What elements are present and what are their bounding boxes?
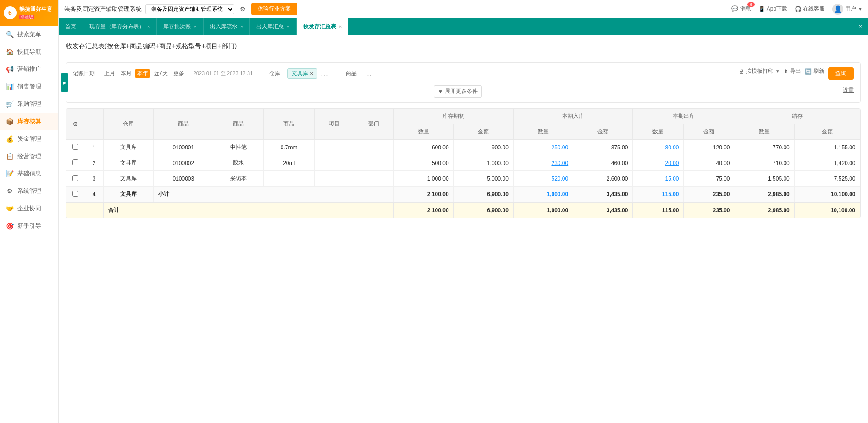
sidebar-item-search[interactable]: 🔍搜索菜单 (0, 26, 58, 43)
system-select[interactable]: 装备及固定资产辅助管理系统 (145, 4, 234, 14)
tab-close-inventory-dist[interactable]: × (147, 24, 150, 29)
th-goods-name: 商品 (213, 109, 264, 140)
subtotal-outbound-amt: 235.00 (684, 187, 735, 203)
topbar-right: 💬 消息 6 📱 App下载 🎧 在线客服 👤 用户 ▼ (731, 4, 862, 15)
row-outbound-amt: 120.00 (684, 140, 735, 155)
tab-batch-ledger[interactable]: 库存批次账 × (157, 18, 203, 35)
total-row: 合计 2,100.00 6,900.00 1,000.00 3,435.00 1… (66, 202, 860, 218)
sidebar-item-system[interactable]: ⚙系统管理 (0, 182, 58, 200)
settings-link[interactable]: 设置 (843, 86, 854, 94)
row-closing-amt: 1,155.00 (794, 140, 860, 155)
print-btn[interactable]: 🖨 按模板打印 ▼ (739, 67, 780, 75)
more-date-btn[interactable]: 更多 (171, 69, 186, 78)
row-outbound-qty[interactable]: 80.00 (633, 140, 684, 155)
row-seq: 1 (85, 140, 103, 155)
tab-label-recv-send-summary: 收发存汇总表 (303, 23, 336, 31)
th-outbound-qty: 数量 (633, 124, 684, 140)
experience-btn[interactable]: 体验行业方案 (251, 3, 297, 15)
sidebar-label-enterprise: 企业协同 (17, 204, 41, 213)
row-goods-name: 采访本 (213, 171, 264, 187)
last-7-days-btn[interactable]: 近7天 (152, 69, 170, 78)
tab-close-inout-flow[interactable]: × (240, 24, 243, 29)
row-checkbox[interactable] (66, 171, 85, 187)
row-project (315, 140, 354, 155)
sidebar-item-sales[interactable]: 📊销售管理 (0, 78, 58, 95)
sidebar-item-guide[interactable]: 🎯新手引导 (0, 217, 58, 235)
sidebar-item-enterprise[interactable]: 🤝企业协同 (0, 200, 58, 217)
total-closing-qty: 2,985.00 (735, 202, 794, 218)
tab-close-recv-send-summary[interactable]: × (339, 24, 342, 29)
settings-icon[interactable]: ⚙ (238, 4, 248, 15)
query-btn[interactable]: 查询 (828, 67, 854, 80)
tab-recv-send-summary[interactable]: 收发存汇总表 × (297, 18, 348, 35)
sidebar-item-basic-info[interactable]: 📝基础信息 (0, 165, 58, 182)
logo-icon: 6 (4, 6, 17, 19)
sidebar-item-purchase[interactable]: 🛒采购管理 (0, 95, 58, 113)
th-settings[interactable]: ⚙ (66, 109, 85, 140)
tab-close-inout-summary[interactable]: × (287, 24, 289, 29)
tab-inout-flow[interactable]: 出入库流水 × (204, 18, 250, 35)
user-menu[interactable]: 👤 用户 ▼ (832, 4, 862, 15)
row-outbound-qty[interactable]: 20.00 (633, 155, 684, 171)
topbar-left: 装备及固定资产辅助管理系统 装备及固定资产辅助管理系统 ⚙ 体验行业方案 (64, 3, 297, 15)
row-inbound-qty[interactable]: 230.00 (513, 155, 573, 171)
row-goods-code: 0100003 (154, 171, 213, 187)
row-checkbox[interactable] (66, 155, 85, 171)
row-inbound-qty[interactable]: 520.00 (513, 171, 573, 187)
th-goods-spec: 商品 (264, 109, 315, 140)
subtotal-outbound-qty[interactable]: 115.00 (633, 187, 684, 203)
last-month-btn[interactable]: 上月 (102, 69, 117, 78)
tab-home[interactable]: 首页 (59, 18, 83, 35)
row-dept (354, 140, 394, 155)
data-table: ⚙ 仓库 商品 商品 商品 项目 部门 库存期初 本期入库 本期出库 结存 数量… (66, 108, 861, 218)
goods-more-btn[interactable]: ... (364, 70, 373, 78)
subtotal-inbound-qty[interactable]: 1,000.00 (513, 187, 573, 203)
row-goods-code: 0100002 (154, 155, 213, 171)
row-inbound-qty[interactable]: 250.00 (513, 140, 573, 155)
basic-info-icon: 📝 (6, 170, 14, 177)
online-service-btn[interactable]: 🎧 在线客服 (795, 5, 825, 13)
this-month-btn[interactable]: 本月 (119, 69, 133, 78)
tab-close-batch-ledger[interactable]: × (194, 24, 196, 29)
headset-icon: 🎧 (795, 6, 802, 12)
sidebar-item-inventory[interactable]: 📦库存核算 (0, 113, 58, 130)
row-checkbox[interactable] (66, 140, 85, 155)
user-label: 用户 (845, 5, 856, 13)
th-opening-qty: 数量 (394, 124, 453, 140)
sidebar-item-operation[interactable]: 📋经营管理 (0, 148, 58, 165)
expand-conditions-btn[interactable]: ▼ 展开更多条件 (434, 85, 482, 98)
remove-warehouse-btn[interactable]: × (310, 71, 313, 77)
refresh-btn[interactable]: 🔄 刷新 (805, 67, 824, 75)
th-opening-amt: 金额 (453, 124, 513, 140)
row-dept (354, 171, 394, 187)
message-btn[interactable]: 💬 消息 6 (731, 5, 751, 13)
warehouse-tag-text: 文具库 (292, 70, 308, 77)
th-closing-qty: 数量 (735, 124, 794, 140)
marketing-icon: 📢 (6, 66, 14, 73)
filter-bar: ▶ 记账日期 上月 本月 本年 近7天 更多 2023-01-01 至 2023… (66, 62, 861, 103)
subtotal-closing-qty: 2,985.00 (735, 187, 794, 203)
logo-text: 畅捷通好生意 标准版 (19, 5, 52, 20)
tab-inventory-dist[interactable]: 现存量（库存分布表） × (83, 18, 157, 35)
app-name: 畅捷通好生意 (19, 5, 52, 13)
th-dept: 部门 (354, 109, 394, 140)
row-goods-name: 胶水 (213, 155, 264, 171)
close-all-btn[interactable]: × (858, 22, 862, 31)
th-seq (85, 109, 103, 140)
row-goods-spec: 0.7mm (264, 140, 315, 155)
warehouse-more-btn[interactable]: ... (320, 70, 329, 78)
this-year-btn[interactable]: 本年 (135, 69, 150, 78)
sidebar-item-finance[interactable]: 💰资金管理 (0, 130, 58, 148)
export-icon: ⬆ (784, 68, 788, 75)
collapse-btn[interactable]: ▶ (61, 73, 68, 92)
export-btn[interactable]: ⬆ 导出 (784, 67, 801, 75)
tab-inout-summary[interactable]: 出入库汇总 × (250, 18, 296, 35)
app-download-btn[interactable]: 📱 App下载 (758, 5, 787, 13)
row-outbound-qty[interactable]: 15.00 (633, 171, 684, 187)
row-inbound-amt: 375.00 (573, 140, 633, 155)
subtotal-checkbox[interactable] (66, 187, 85, 203)
tab-label-inout-summary: 出入库汇总 (256, 23, 284, 31)
sidebar-item-marketing[interactable]: 📢营销推广 (0, 60, 58, 78)
sidebar-item-quick-nav[interactable]: 🏠快捷导航 (0, 43, 58, 60)
th-outbound: 本期出库 (633, 109, 735, 124)
